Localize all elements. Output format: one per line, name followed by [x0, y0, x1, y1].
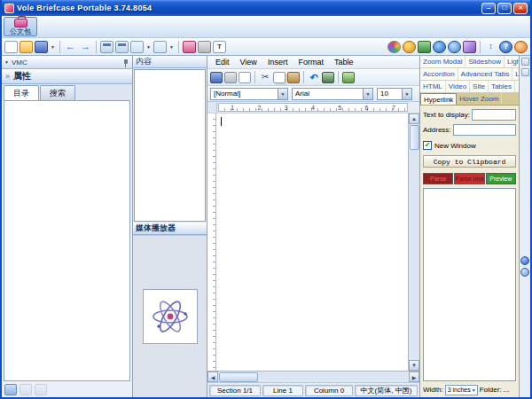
insert-image-icon[interactable]	[342, 72, 355, 83]
tools-tab-row-4: Hyperlink Hover Zoom	[420, 93, 519, 106]
find-icon[interactable]	[322, 72, 334, 83]
tab-hover-zoom[interactable]: Hover Zoom	[457, 93, 502, 105]
minimize-button[interactable]: –	[481, 3, 496, 14]
magic-wand-icon[interactable]	[463, 41, 476, 53]
help-icon[interactable]: ?	[499, 41, 512, 53]
content-list[interactable]	[134, 69, 206, 222]
save-document-icon[interactable]	[210, 72, 223, 83]
undo-icon-disabled[interactable]	[20, 384, 32, 395]
scroll-right-icon[interactable]: ▶	[409, 372, 419, 382]
snapshot-icon[interactable]	[183, 41, 196, 53]
tab-video[interactable]: Video	[446, 81, 470, 92]
font-size-combo-dropdown-icon[interactable]: ▼	[402, 89, 411, 99]
font-size-combo[interactable]: 10 ▼	[377, 88, 412, 100]
edge-button-1[interactable]	[520, 256, 529, 265]
media-thumbnail[interactable]	[143, 289, 198, 344]
parse-image-button[interactable]: Parse Image	[454, 173, 484, 184]
edge-button-2[interactable]	[520, 268, 529, 277]
font-combo[interactable]: Arial ▼	[292, 88, 373, 100]
view-mode-icon[interactable]	[130, 41, 144, 53]
properties-header[interactable]: » 属性	[2, 69, 132, 84]
tab-site[interactable]: Site	[470, 81, 489, 92]
redo-icon-disabled[interactable]	[35, 384, 47, 395]
tab-search[interactable]: 搜索	[40, 85, 75, 100]
cut-icon[interactable]: ✂	[259, 72, 271, 83]
open-folder-icon[interactable]	[20, 41, 33, 53]
menu-view[interactable]: View	[236, 57, 262, 67]
horizontal-scroll-thumb[interactable]	[219, 372, 258, 382]
tab-html[interactable]: HTML	[420, 81, 446, 92]
zoom-dropdown-icon[interactable]: ▼	[168, 41, 175, 53]
close-button[interactable]: ×	[513, 3, 528, 14]
style-combo[interactable]: [Normal] ▼	[210, 88, 288, 100]
shield-icon[interactable]	[418, 41, 431, 53]
tab-hyperlink[interactable]: Hyperlink	[420, 93, 457, 105]
horizontal-scrollbar[interactable]: ◀ ▶	[207, 371, 419, 382]
view-mode-dropdown-icon[interactable]: ▼	[145, 41, 152, 53]
pin-icon[interactable]	[121, 59, 129, 66]
edge-panel-icon-1[interactable]	[521, 58, 529, 66]
save-icon[interactable]	[35, 41, 48, 53]
folder-value[interactable]: ...	[504, 386, 510, 394]
globe-icon[interactable]	[433, 41, 446, 53]
menu-table[interactable]: Table	[330, 57, 358, 67]
scroll-left-icon[interactable]: ◀	[207, 372, 218, 382]
new-document-icon[interactable]	[4, 41, 18, 53]
briefcase-button[interactable]: 公文包	[4, 17, 37, 36]
text-columns-icon[interactable]: T	[213, 41, 226, 53]
collapse-chevron-icon[interactable]: »	[5, 72, 10, 81]
text-to-display-input[interactable]	[472, 109, 516, 121]
zoom-icon[interactable]	[153, 41, 167, 53]
vmc-panel-header[interactable]: ▼ VMC	[2, 56, 132, 69]
world-icon[interactable]	[448, 41, 461, 53]
restore-icon[interactable]	[4, 384, 17, 395]
tab-zoom-modal[interactable]: Zoom Modal	[420, 56, 466, 67]
vertical-scroll-thumb[interactable]	[410, 125, 419, 150]
tab-advanced-tabs[interactable]: Advanced Tabs	[458, 68, 513, 80]
preview-button[interactable]: Preview	[486, 173, 516, 184]
maximize-button[interactable]: □	[497, 3, 512, 14]
print-icon[interactable]	[224, 72, 237, 83]
width-select[interactable]: 3 inches ▼	[445, 385, 478, 395]
style-combo-dropdown-icon[interactable]: ▼	[278, 89, 287, 99]
undo-icon[interactable]: ↶	[308, 72, 320, 83]
tile-windows-icon[interactable]	[115, 41, 129, 53]
address-input[interactable]	[453, 124, 516, 136]
save-dropdown-icon[interactable]: ▼	[50, 41, 56, 53]
award-icon[interactable]	[403, 41, 416, 53]
copy-to-clipboard-button[interactable]: Copy to Clipboard	[423, 155, 516, 168]
forward-icon[interactable]: →	[79, 41, 92, 53]
horizontal-ruler: 1 2 3 4 5 6 7	[218, 103, 408, 112]
sort-icon[interactable]: ↕	[484, 41, 497, 53]
parse-button[interactable]: Parse	[423, 173, 453, 184]
font-combo-dropdown-icon[interactable]: ▼	[363, 89, 372, 99]
status-language[interactable]: 中文(简体, 中国)	[355, 385, 418, 396]
tab-lightbox[interactable]: Lightbox	[505, 56, 519, 67]
menu-format[interactable]: Format	[293, 57, 328, 67]
scroll-down-icon[interactable]: ▼	[409, 360, 419, 371]
menu-insert[interactable]: Insert	[263, 57, 293, 67]
tab-accordion[interactable]: Accordion	[420, 68, 458, 80]
cascade-windows-icon[interactable]	[100, 41, 113, 53]
menu-edit[interactable]: Edit	[211, 57, 234, 67]
tab-landing[interactable]: Landing	[512, 68, 519, 80]
tab-directory[interactable]: 目录	[4, 85, 39, 100]
vertical-scrollbar[interactable]: ▲ ▼	[408, 113, 419, 371]
print-preview-icon[interactable]	[239, 72, 251, 83]
panel-menu-icon[interactable]: ▼	[4, 59, 9, 65]
edge-panel-icon-2[interactable]	[521, 68, 529, 76]
tab-tables[interactable]: Tables	[489, 81, 515, 92]
paste-icon[interactable]	[287, 72, 300, 83]
palette-icon[interactable]	[387, 41, 401, 53]
settings-icon[interactable]	[198, 41, 211, 53]
new-window-checkbox[interactable]: ✔	[423, 141, 432, 150]
tab-slideshow[interactable]: Slideshow	[466, 56, 504, 67]
directory-tree[interactable]	[4, 100, 130, 381]
back-icon[interactable]: ←	[64, 41, 77, 53]
preview-list[interactable]	[423, 188, 516, 381]
about-icon[interactable]	[514, 41, 528, 53]
document-page[interactable]	[216, 113, 408, 371]
title-bar[interactable]: Vole Briefcase Portable 3.74.8054 – □ ×	[2, 0, 530, 16]
scroll-up-icon[interactable]: ▲	[409, 113, 419, 124]
copy-icon[interactable]	[273, 72, 286, 83]
